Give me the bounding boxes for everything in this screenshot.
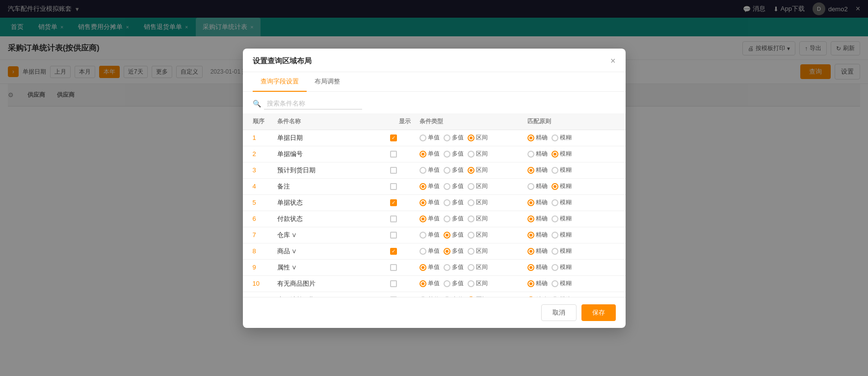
radio-type-item[interactable]: 区间 bbox=[468, 263, 488, 271]
dialog-search-input[interactable] bbox=[264, 98, 362, 109]
radio-type-item[interactable]: 多值 bbox=[444, 215, 464, 223]
radio-match-item[interactable]: 精确 bbox=[527, 198, 548, 207]
radio-type-item[interactable]: 多值 bbox=[444, 247, 464, 255]
radio-label: 区间 bbox=[476, 166, 488, 174]
checkbox-icon[interactable] bbox=[390, 134, 397, 141]
radio-type-item[interactable]: 单值 bbox=[420, 134, 440, 142]
checkbox-icon[interactable] bbox=[390, 264, 397, 271]
radio-label: 多值 bbox=[452, 247, 464, 255]
radio-type-item[interactable]: 区间 bbox=[468, 150, 488, 158]
radio-type-item[interactable]: 多值 bbox=[444, 134, 464, 142]
radio-match-item[interactable]: 精确 bbox=[527, 150, 548, 158]
radio-label: 多值 bbox=[452, 215, 464, 223]
radio-match-item[interactable]: 模糊 bbox=[552, 247, 572, 255]
checkbox-icon[interactable] bbox=[390, 215, 397, 222]
radio-match-item[interactable]: 精确 bbox=[527, 215, 548, 223]
row-show-checkbox[interactable] bbox=[390, 215, 420, 222]
table-row: 1单据日期单值多值区间精确模糊 bbox=[243, 130, 626, 146]
row-show-checkbox[interactable] bbox=[390, 248, 420, 255]
radio-match-item[interactable]: 模糊 bbox=[552, 231, 572, 239]
radio-match-item[interactable]: 模糊 bbox=[552, 279, 572, 288]
radio-type-item[interactable]: 区间 bbox=[468, 215, 488, 223]
dialog-search-area: 🔍 bbox=[243, 92, 626, 113]
cancel-button[interactable]: 取消 bbox=[541, 304, 577, 321]
radio-type-item[interactable]: 多值 bbox=[444, 182, 464, 190]
row-show-checkbox[interactable] bbox=[390, 199, 420, 206]
radio-label: 单值 bbox=[428, 134, 440, 142]
radio-match-item[interactable]: 精确 bbox=[527, 182, 548, 190]
row-show-checkbox[interactable] bbox=[390, 280, 420, 287]
row-show-checkbox[interactable] bbox=[390, 151, 420, 158]
radio-match-item[interactable]: 模糊 bbox=[552, 182, 572, 190]
radio-type-item[interactable]: 单值 bbox=[420, 182, 440, 190]
row-order: 4 bbox=[253, 183, 277, 190]
table-row: 8商品 ∨单值多值区间精确模糊 bbox=[243, 243, 626, 260]
radio-type-item[interactable]: 多值 bbox=[444, 166, 464, 174]
radio-label: 区间 bbox=[476, 247, 488, 255]
dialog-tabs: 查询字段设置 布局调整 bbox=[243, 72, 626, 92]
radio-type-item[interactable]: 单值 bbox=[420, 279, 440, 288]
radio-match-item[interactable]: 精确 bbox=[527, 263, 548, 271]
radio-match-item[interactable]: 模糊 bbox=[552, 263, 572, 271]
radio-match-item[interactable]: 精确 bbox=[527, 231, 548, 239]
dialog-tab-layout[interactable]: 布局调整 bbox=[307, 72, 348, 92]
overlay: 设置查询区域布局 × 查询字段设置 布局调整 🔍 顺序 条件名称 bbox=[0, 0, 868, 376]
radio-dot-icon bbox=[444, 264, 450, 271]
radio-label: 多值 bbox=[452, 198, 464, 207]
radio-type-item[interactable]: 单值 bbox=[420, 198, 440, 207]
radio-type-item[interactable]: 单值 bbox=[420, 263, 440, 271]
save-button[interactable]: 保存 bbox=[581, 304, 616, 321]
radio-type-item[interactable]: 区间 bbox=[468, 198, 488, 207]
radio-type-item[interactable]: 单值 bbox=[420, 150, 440, 158]
radio-type-item[interactable]: 单值 bbox=[420, 215, 440, 223]
checkbox-icon[interactable] bbox=[390, 183, 397, 190]
row-show-checkbox[interactable] bbox=[390, 167, 420, 174]
row-type-options: 单值多值区间 bbox=[420, 166, 527, 174]
radio-match-item[interactable]: 模糊 bbox=[552, 198, 572, 207]
row-condition-name: 有无商品图片 bbox=[277, 279, 390, 288]
radio-type-item[interactable]: 多值 bbox=[444, 279, 464, 288]
radio-type-item[interactable]: 单值 bbox=[420, 231, 440, 239]
radio-match-item[interactable]: 精确 bbox=[527, 279, 548, 288]
radio-match-item[interactable]: 模糊 bbox=[552, 166, 572, 174]
checkbox-icon[interactable] bbox=[390, 151, 397, 158]
radio-type-item[interactable]: 区间 bbox=[468, 134, 488, 142]
radio-match-item[interactable]: 精确 bbox=[527, 166, 548, 174]
row-type-options: 单值多值区间 bbox=[420, 198, 527, 207]
radio-label: 精确 bbox=[536, 279, 548, 288]
table-row: 10有无商品图片单值多值区间精确模糊 bbox=[243, 276, 626, 292]
radio-type-item[interactable]: 区间 bbox=[468, 279, 488, 288]
radio-dot-icon bbox=[468, 232, 474, 239]
radio-type-item[interactable]: 区间 bbox=[468, 182, 488, 190]
checkbox-icon[interactable] bbox=[390, 280, 397, 287]
radio-type-item[interactable]: 多值 bbox=[444, 150, 464, 158]
radio-type-item[interactable]: 单值 bbox=[420, 247, 440, 255]
checkbox-icon[interactable] bbox=[390, 248, 397, 255]
row-show-checkbox[interactable] bbox=[390, 183, 420, 190]
row-show-checkbox[interactable] bbox=[390, 264, 420, 271]
radio-type-item[interactable]: 单值 bbox=[420, 166, 440, 174]
checkbox-icon[interactable] bbox=[390, 199, 397, 206]
radio-type-item[interactable]: 区间 bbox=[468, 166, 488, 174]
checkbox-icon[interactable] bbox=[390, 167, 397, 174]
radio-dot-icon bbox=[468, 280, 474, 287]
radio-type-item[interactable]: 区间 bbox=[468, 247, 488, 255]
radio-dot-icon bbox=[468, 183, 474, 190]
radio-match-item[interactable]: 模糊 bbox=[552, 215, 572, 223]
row-show-checkbox[interactable] bbox=[390, 232, 420, 239]
radio-match-item[interactable]: 精确 bbox=[527, 134, 548, 142]
radio-type-item[interactable]: 多值 bbox=[444, 231, 464, 239]
row-match-options: 精确模糊 bbox=[527, 279, 616, 288]
radio-type-item[interactable]: 多值 bbox=[444, 263, 464, 271]
radio-match-item[interactable]: 模糊 bbox=[552, 150, 572, 158]
checkbox-icon[interactable] bbox=[390, 232, 397, 239]
radio-type-item[interactable]: 区间 bbox=[468, 231, 488, 239]
dialog-footer: 取消 保存 bbox=[243, 297, 626, 328]
row-show-checkbox[interactable] bbox=[390, 134, 420, 141]
radio-match-item[interactable]: 模糊 bbox=[552, 134, 572, 142]
radio-match-item[interactable]: 精确 bbox=[527, 247, 548, 255]
radio-type-item[interactable]: 多值 bbox=[444, 198, 464, 207]
dialog-tab-query-fields[interactable]: 查询字段设置 bbox=[253, 72, 307, 92]
radio-label: 多值 bbox=[452, 134, 464, 142]
dialog-close-button[interactable]: × bbox=[610, 56, 616, 65]
